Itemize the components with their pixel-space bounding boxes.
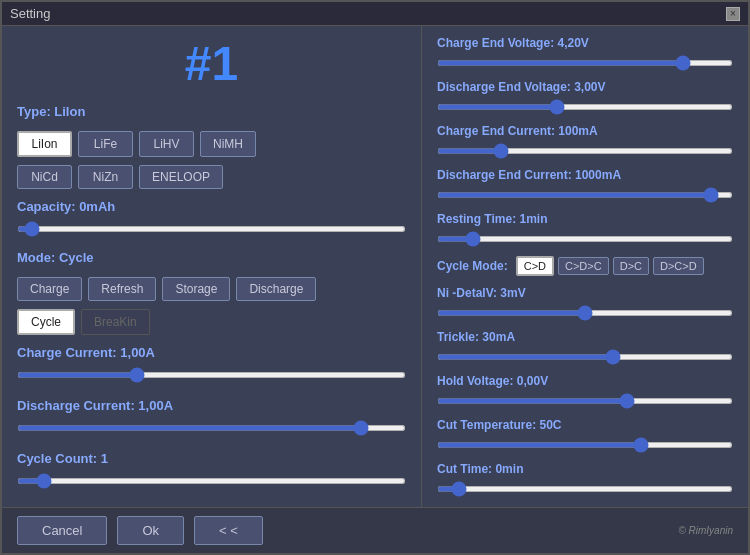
btn-d-c[interactable]: D>C <box>613 257 649 275</box>
cycle-mode-row: Cycle Mode: C>D C>D>C D>C D>C>D <box>437 256 733 276</box>
charge-end-voltage-slider[interactable] <box>437 60 733 66</box>
cut-time-row: Cut Time: 0min <box>437 462 733 496</box>
capacity-label: Capacity: 0mAh <box>17 199 406 214</box>
cycle-mode-buttons: C>D C>D>C D>C D>C>D <box>516 256 704 276</box>
cut-temperature-row: Cut Temperature: 50C <box>437 418 733 452</box>
charge-current-label: Charge Current: 1,00A <box>17 345 406 360</box>
charge-end-current-label: Charge End Current: 100mA <box>437 124 733 138</box>
channel-title: #1 <box>17 36 406 91</box>
discharge-end-current-row: Discharge End Current: 1000mA <box>437 168 733 202</box>
discharge-end-voltage-slider[interactable] <box>437 104 733 110</box>
mode-buttons-row2: Cycle BreaKin <box>17 309 406 335</box>
mode-label: Mode: Cycle <box>17 250 406 265</box>
btn-d-c-d[interactable]: D>C>D <box>653 257 704 275</box>
btn-breakin[interactable]: BreaKin <box>81 309 150 335</box>
right-panel: Charge End Voltage: 4,20V Discharge End … <box>422 26 748 507</box>
btn-eneloop[interactable]: ENELOOP <box>139 165 223 189</box>
btn-life[interactable]: LiFe <box>78 131 133 157</box>
cut-time-slider[interactable] <box>437 486 733 492</box>
cycle-mode-label: Cycle Mode: <box>437 259 508 273</box>
btn-c-d-c[interactable]: C>D>C <box>558 257 609 275</box>
title-bar: Setting × <box>2 2 748 26</box>
main-window: Setting × #1 Type: LiIon LiIon LiFe LiHV… <box>0 0 750 555</box>
resting-time-slider[interactable] <box>437 236 733 242</box>
discharge-end-voltage-row: Discharge End Voltage: 3,00V <box>437 80 733 114</box>
footer: Cancel Ok < < © RimIyanin <box>2 507 748 553</box>
charge-end-current-slider[interactable] <box>437 148 733 154</box>
charge-current-slider[interactable] <box>17 372 406 378</box>
discharge-end-voltage-label: Discharge End Voltage: 3,00V <box>437 80 733 94</box>
close-button[interactable]: × <box>726 7 740 21</box>
cut-temperature-label: Cut Temperature: 50C <box>437 418 733 432</box>
btn-storage[interactable]: Storage <box>162 277 230 301</box>
hold-voltage-label: Hold Voltage: 0,00V <box>437 374 733 388</box>
hold-voltage-row: Hold Voltage: 0,00V <box>437 374 733 408</box>
ni-delta-v-row: Ni -DetalV: 3mV <box>437 286 733 320</box>
btn-discharge[interactable]: Discharge <box>236 277 316 301</box>
hold-voltage-slider[interactable] <box>437 398 733 404</box>
ok-button[interactable]: Ok <box>117 516 184 545</box>
content-area: #1 Type: LiIon LiIon LiFe LiHV NiMH NiCd… <box>2 26 748 507</box>
btn-nizn[interactable]: NiZn <box>78 165 133 189</box>
discharge-current-slider[interactable] <box>17 425 406 431</box>
charge-current-row: Charge Current: 1,00A <box>17 345 406 382</box>
cycle-count-row: Cycle Count: 1 <box>17 451 406 488</box>
discharge-current-label: Discharge Current: 1,00A <box>17 398 406 413</box>
capacity-row: Capacity: 0mAh <box>17 199 406 236</box>
discharge-current-row: Discharge Current: 1,00A <box>17 398 406 435</box>
type-buttons-row2: NiCd NiZn ENELOOP <box>17 165 406 189</box>
trickle-label: Trickle: 30mA <box>437 330 733 344</box>
discharge-end-current-label: Discharge End Current: 1000mA <box>437 168 733 182</box>
discharge-end-current-slider[interactable] <box>437 192 733 198</box>
cut-time-label: Cut Time: 0min <box>437 462 733 476</box>
window-title: Setting <box>10 6 50 21</box>
btn-cycle[interactable]: Cycle <box>17 309 75 335</box>
ni-delta-v-slider[interactable] <box>437 310 733 316</box>
charge-end-current-row: Charge End Current: 100mA <box>437 124 733 158</box>
left-panel: #1 Type: LiIon LiIon LiFe LiHV NiMH NiCd… <box>2 26 422 507</box>
btn-refresh[interactable]: Refresh <box>88 277 156 301</box>
cancel-button[interactable]: Cancel <box>17 516 107 545</box>
cycle-count-slider[interactable] <box>17 478 406 484</box>
btn-c-d[interactable]: C>D <box>516 256 554 276</box>
charge-end-voltage-row: Charge End Voltage: 4,20V <box>437 36 733 70</box>
btn-charge[interactable]: Charge <box>17 277 82 301</box>
type-buttons: LiIon LiFe LiHV NiMH <box>17 131 406 157</box>
ni-delta-v-label: Ni -DetalV: 3mV <box>437 286 733 300</box>
capacity-slider[interactable] <box>17 226 406 232</box>
btn-nicd[interactable]: NiCd <box>17 165 72 189</box>
resting-time-row: Resting Time: 1min <box>437 212 733 246</box>
copyright-text: © RimIyanin <box>678 525 733 536</box>
cycle-count-label: Cycle Count: 1 <box>17 451 406 466</box>
mode-buttons-row1: Charge Refresh Storage Discharge <box>17 277 406 301</box>
trickle-row: Trickle: 30mA <box>437 330 733 364</box>
back-button[interactable]: < < <box>194 516 263 545</box>
btn-nimh[interactable]: NiMH <box>200 131 256 157</box>
btn-liion[interactable]: LiIon <box>17 131 72 157</box>
trickle-slider[interactable] <box>437 354 733 360</box>
btn-lihv[interactable]: LiHV <box>139 131 194 157</box>
cut-temperature-slider[interactable] <box>437 442 733 448</box>
charge-end-voltage-label: Charge End Voltage: 4,20V <box>437 36 733 50</box>
resting-time-label: Resting Time: 1min <box>437 212 733 226</box>
type-label: Type: LiIon <box>17 104 406 119</box>
